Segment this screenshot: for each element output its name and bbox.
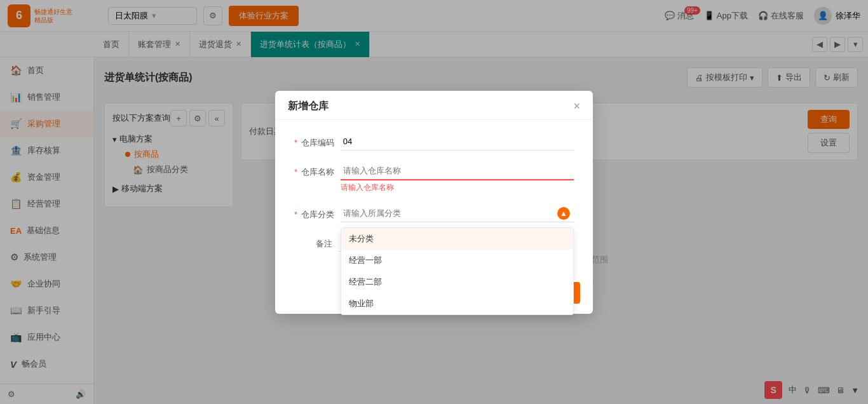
dropdown-item-dept1[interactable]: 经营一部	[341, 250, 573, 271]
modal-title: 新增仓库	[288, 100, 329, 113]
required-star-category: *	[294, 210, 297, 219]
category-dropdown: 未分类 经营一部 经营二部 物业部	[341, 227, 574, 315]
warehouse-category-field: * 仓库分类 ▲ 未分类 经营一部 经营二部 物业部	[294, 205, 574, 222]
dropdown-item-dept3[interactable]: 物业部	[341, 293, 573, 314]
modal-header: 新增仓库 ×	[275, 91, 593, 120]
required-star-code: *	[294, 138, 297, 147]
add-warehouse-modal: 新增仓库 × * 仓库编码 * 仓库名称 请输入仓库名称	[275, 91, 593, 314]
modal-overlay[interactable]: 新增仓库 × * 仓库编码 * 仓库名称 请输入仓库名称	[0, 0, 868, 404]
code-input[interactable]	[341, 133, 574, 151]
required-star-name: *	[294, 167, 297, 177]
category-label: * 仓库分类	[294, 205, 334, 220]
modal-close-button[interactable]: ×	[573, 100, 580, 113]
modal-body: * 仓库编码 * 仓库名称 请输入仓库名称 *	[275, 120, 593, 276]
name-error-message: 请输入仓库名称	[341, 182, 574, 193]
warehouse-name-field: * 仓库名称 请输入仓库名称	[294, 162, 574, 193]
category-input[interactable]	[341, 205, 574, 222]
dropdown-item-dept2[interactable]: 经营二部	[341, 271, 573, 293]
name-label: * 仓库名称	[294, 162, 334, 178]
code-label: * 仓库编码	[294, 133, 334, 149]
dropdown-item-unclassified[interactable]: 未分类	[341, 228, 573, 250]
category-arrow-icon[interactable]: ▲	[557, 207, 570, 220]
name-input[interactable]	[341, 162, 574, 180]
warehouse-code-field: * 仓库编码	[294, 133, 574, 151]
name-input-wrap: 请输入仓库名称	[341, 162, 574, 193]
remark-label: 备注	[294, 234, 332, 250]
category-select-wrap: ▲ 未分类 经营一部 经营二部 物业部	[341, 205, 574, 222]
